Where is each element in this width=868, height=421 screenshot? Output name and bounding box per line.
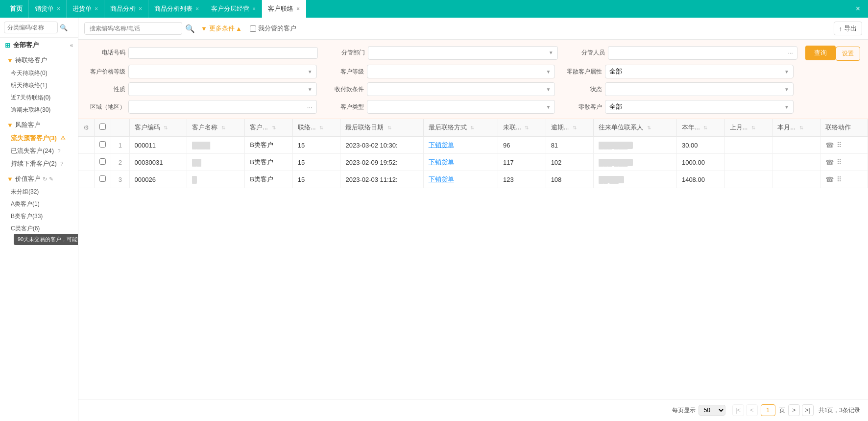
row2-call-icon[interactable]: ☎ <box>825 158 834 166</box>
sidebar-item-overdue-pending[interactable]: 逾期未联络(30) <box>0 104 78 116</box>
value-group-title[interactable]: ▼ 价值客户 ↻ ✎ <box>0 172 78 186</box>
table-col-last-method[interactable]: 最后联络方式 ⇅ <box>423 119 498 136</box>
row3-last-method[interactable]: 下销货单 <box>423 171 498 188</box>
sidebar-item-churn-warning[interactable]: 流失预警客户(3) ⚠ <box>0 132 78 145</box>
row2-check[interactable] <box>99 158 106 165</box>
table-col-contact[interactable]: 联络... ⇅ <box>292 119 340 136</box>
row1-last-method[interactable]: 下销货单 <box>423 136 498 154</box>
region-select[interactable]: ··· <box>128 100 317 114</box>
phone-input[interactable] <box>128 47 318 59</box>
thismonth-sort-icon[interactable]: ⇅ <box>799 125 803 130</box>
row2-last-method-link[interactable]: 下销货单 <box>429 158 454 166</box>
person-select[interactable]: ··· <box>608 46 797 60</box>
row1-check[interactable] <box>99 141 106 148</box>
my-customers-checkbox-label[interactable]: 我分管的客户 <box>250 24 296 33</box>
close-purchase-icon[interactable]: × <box>95 5 98 12</box>
nav-tab-goods-list[interactable]: 商品分析列表 × <box>148 0 205 18</box>
close-segment-icon[interactable]: × <box>252 5 256 12</box>
type-select[interactable]: ▼ <box>367 100 555 114</box>
sidebar-item-ungrouped[interactable]: 未分组(32) <box>0 186 78 198</box>
close-sales-icon[interactable]: × <box>57 5 60 12</box>
row3-checkbox[interactable] <box>95 171 111 188</box>
next-page-button[interactable]: > <box>788 404 800 416</box>
row2-last-method[interactable]: 下销货单 <box>423 154 498 171</box>
name-sort-icon[interactable]: ⇅ <box>221 125 225 130</box>
close-all-button[interactable]: × <box>852 2 864 15</box>
row3-call-icon[interactable]: ☎ <box>825 175 834 183</box>
row3-check[interactable] <box>99 175 106 182</box>
close-contact-icon[interactable]: × <box>296 5 300 12</box>
sidebar-item-c-class[interactable]: C类客户(6) <box>0 223 78 235</box>
lastmonth-sort-icon[interactable]: ⇅ <box>751 125 755 130</box>
row1-name[interactable]: ████ <box>187 136 245 154</box>
table-col-checkbox[interactable] <box>95 119 111 136</box>
row1-last-method-link[interactable]: 下销货单 <box>429 141 454 149</box>
thisyear-sort-icon[interactable]: ⇅ <box>703 125 707 130</box>
export-button[interactable]: ↑ 导出 <box>834 22 863 35</box>
prev-page-button[interactable]: < <box>746 404 758 416</box>
my-customers-checkbox[interactable] <box>250 25 256 32</box>
table-col-last-month[interactable]: 上月... ⇅ <box>724 119 772 136</box>
close-goods-analysis-icon[interactable]: × <box>139 5 142 12</box>
close-goods-list-icon[interactable]: × <box>195 5 199 12</box>
nav-tab-purchase[interactable]: 进货单 × <box>67 0 104 18</box>
row2-name[interactable]: ██ <box>187 154 245 171</box>
contact-sort-icon[interactable]: ⇅ <box>319 125 323 130</box>
row1-checkbox[interactable] <box>95 136 111 154</box>
person-more-icon[interactable]: ··· <box>788 49 793 56</box>
table-col-unit-contact[interactable]: 往来单位联系人 ⇅ <box>594 119 677 136</box>
nav-tab-customer-segment[interactable]: 客户分层经营 × <box>205 0 262 18</box>
filter-search-input[interactable] <box>84 22 182 35</box>
sidebar-search-icon[interactable]: 🔍 <box>60 24 68 31</box>
dept-select[interactable]: ▼ <box>368 46 557 60</box>
more-conditions-button[interactable]: ▼ 更多条件 ▲ <box>201 24 242 33</box>
level-select[interactable]: ▼ <box>367 65 555 78</box>
uncontact-sort-icon[interactable]: ⇅ <box>525 125 529 130</box>
row1-more-icon[interactable]: ⠿ <box>837 141 842 149</box>
sidebar-item-churned[interactable]: 已流失客户(24) ? <box>0 145 78 157</box>
zero-select[interactable]: 全部 ▼ <box>605 100 794 114</box>
pay-select[interactable]: ▼ <box>367 82 555 96</box>
sidebar-item-declining[interactable]: 持续下滑客户(2) ? <box>0 157 78 170</box>
table-col-overdue[interactable]: 逾期... ⇅ <box>546 119 594 136</box>
region-more-icon[interactable]: ··· <box>307 103 313 111</box>
nav-tab-customer-contact[interactable]: 客户联络 × <box>262 0 306 18</box>
sidebar-search-input[interactable] <box>4 22 58 33</box>
overdue-sort-icon[interactable]: ⇅ <box>573 125 577 130</box>
price-level-select[interactable]: ▼ <box>128 65 317 78</box>
zero-attr-select[interactable]: 全部 ▼ <box>605 65 794 78</box>
value-refresh-icon[interactable]: ↻ <box>43 176 47 182</box>
filter-search-button[interactable]: 🔍 <box>185 24 195 33</box>
per-page-select[interactable]: 50 100 200 <box>699 405 725 416</box>
all-customers-item[interactable]: ⊞ 全部客户 « <box>0 38 78 52</box>
row3-code[interactable]: 000026 <box>129 171 187 188</box>
sidebar-item-a-class[interactable]: A类客户(1) <box>0 198 78 210</box>
pending-group-title[interactable]: ▼ 待联络客户 <box>0 53 78 67</box>
table-col-name[interactable]: 客户名称 ⇅ <box>187 119 245 136</box>
table-col-code[interactable]: 客户编码 ⇅ <box>129 119 187 136</box>
row3-name[interactable]: █ <box>187 171 245 188</box>
row2-code[interactable]: 00030031 <box>129 154 187 171</box>
status-select[interactable]: ▼ <box>605 82 794 96</box>
table-col-type[interactable]: 客户... ⇅ <box>245 119 293 136</box>
last-page-button[interactable]: >| <box>802 404 814 416</box>
row1-code[interactable]: 000011 <box>129 136 187 154</box>
row3-last-method-link[interactable]: 下销货单 <box>429 175 454 183</box>
unitcontact-sort-icon[interactable]: ⇅ <box>647 125 651 130</box>
row2-more-icon[interactable]: ⠿ <box>837 158 842 166</box>
table-col-uncontact[interactable]: 未联... ⇅ <box>498 119 546 136</box>
sidebar-item-today-pending[interactable]: 今天待联络(0) <box>0 67 78 79</box>
sidebar-item-week-pending[interactable]: 近7天待联络(0) <box>0 92 78 104</box>
table-col-last-date[interactable]: 最后联络日期 ⇅ <box>340 119 423 136</box>
row2-checkbox[interactable] <box>95 154 111 171</box>
table-col-settings[interactable]: ⚙ <box>78 119 95 136</box>
first-page-button[interactable]: |< <box>732 404 744 416</box>
query-button[interactable]: 查询 <box>805 46 836 60</box>
sidebar-item-tomorrow-pending[interactable]: 明天待联络(1) <box>0 79 78 92</box>
collapse-all-icon[interactable]: « <box>70 42 73 48</box>
value-edit-icon[interactable]: ✎ <box>49 176 53 182</box>
lastmethod-sort-icon[interactable]: ⇅ <box>470 125 474 130</box>
setting-button[interactable]: 设置 <box>836 47 860 61</box>
table-col-this-month[interactable]: 本月... ⇅ <box>772 119 820 136</box>
lastdate-sort-icon[interactable]: ⇅ <box>387 125 391 130</box>
